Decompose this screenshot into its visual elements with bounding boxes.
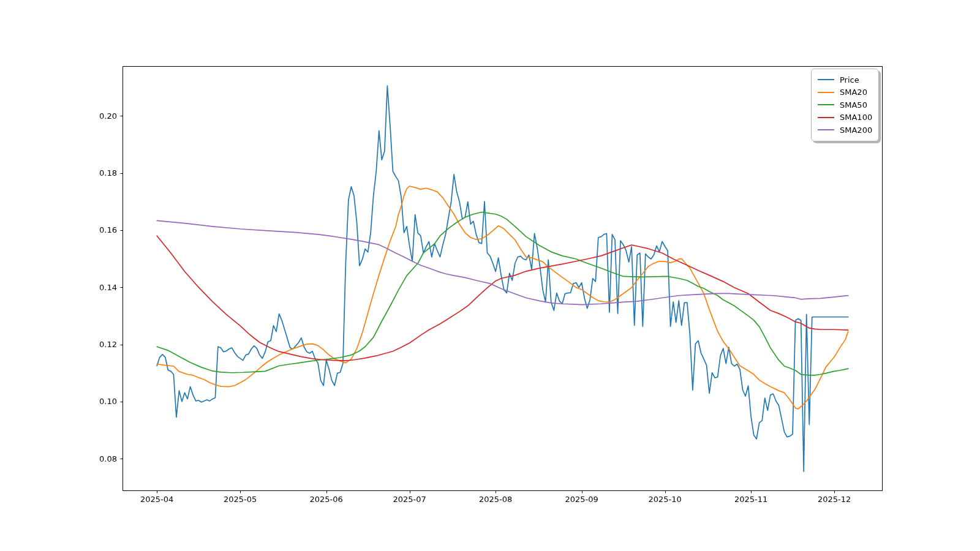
legend-item-price: Price — [818, 73, 872, 86]
legend-line-icon — [818, 117, 834, 118]
legend-label: SMA200 — [840, 126, 872, 134]
legend-line-icon — [818, 129, 834, 130]
legend-line-icon — [818, 92, 834, 93]
chart-legend: Price SMA20 SMA50 SMA100 SMA200 — [811, 69, 879, 141]
legend-line-icon — [818, 104, 834, 105]
chart-figure: Price SMA20 SMA50 SMA100 SMA200 — [0, 0, 980, 551]
legend-label: SMA100 — [840, 113, 872, 121]
legend-item-sma200: SMA200 — [818, 124, 872, 137]
legend-item-sma50: SMA50 — [818, 99, 872, 111]
legend-line-icon — [818, 79, 834, 80]
legend-label: Price — [840, 76, 859, 84]
legend-label: SMA50 — [840, 101, 867, 109]
legend-item-sma100: SMA100 — [818, 111, 872, 124]
legend-label: SMA20 — [840, 88, 867, 96]
legend-item-sma20: SMA20 — [818, 86, 872, 99]
